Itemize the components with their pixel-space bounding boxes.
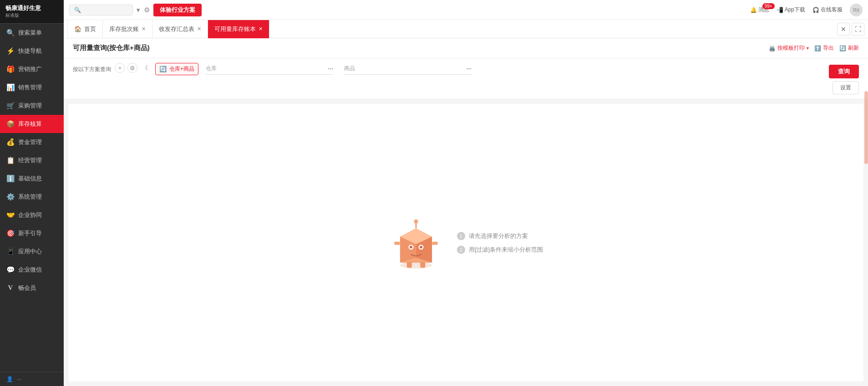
online-support-btn[interactable]: 🎧 在线客服	[812, 6, 843, 14]
tab-collection-summary[interactable]: 收发存汇总表 ✕	[152, 20, 208, 38]
add-scheme-btn[interactable]: ＋	[115, 63, 125, 73]
sidebar-item-sales[interactable]: 📊 销售管理	[0, 78, 64, 97]
settings-icon: 👤	[6, 376, 13, 382]
filter-inputs: 仓库 ··· 商品 ···	[206, 63, 823, 75]
inventory-icon: 📦	[6, 120, 15, 128]
svg-point-0	[400, 262, 432, 268]
warehouse-input[interactable]	[221, 66, 326, 72]
tab-available-ledger-label: 可用量库存账本	[214, 25, 256, 33]
wechat-icon: 💬	[6, 266, 15, 274]
gear-icon[interactable]: ▾	[137, 6, 140, 14]
tab-collection-summary-label: 收发存汇总表	[159, 25, 194, 33]
page-title: 可用量查询(按仓库+商品)	[73, 44, 150, 52]
sidebar-item-cooperation[interactable]: 🤝 企业协同	[0, 206, 64, 224]
sidebar-item-basic-info[interactable]: ℹ️ 基础信息	[0, 170, 64, 188]
sidebar-item-search[interactable]: 🔍 搜索菜单	[0, 24, 64, 42]
sidebar-item-wechat[interactable]: 💬 企业微信	[0, 261, 64, 279]
bell-icon: 🔔	[750, 7, 757, 13]
sidebar-item-marketing[interactable]: 🎁 营销推广	[0, 60, 64, 78]
svg-rect-14	[420, 262, 425, 268]
tab-batch-account-label: 库存批次账	[109, 25, 139, 33]
empty-illustration	[389, 216, 443, 270]
svg-rect-13	[407, 262, 412, 268]
edit-scheme-btn[interactable]: ⚙	[127, 63, 137, 73]
empty-illustration-svg	[389, 216, 443, 270]
sidebar-item-label: 应用中心	[18, 247, 42, 256]
right-scrollbar[interactable]	[864, 91, 868, 164]
empty-tip-2: 2 用[过滤]条件来缩小分析范围	[457, 246, 543, 254]
empty-tips: 1 请先选择要分析的方案 2 用[过滤]条件来缩小分析范围	[457, 232, 543, 254]
sidebar-item-inventory[interactable]: 📦 库存核算	[0, 115, 64, 133]
main-area: 🔍 ▾ ⚙ 体验行业方案 🔔 消息 99+ 📲 App下载 🎧 在线客服 Ri	[64, 0, 868, 386]
sidebar-item-label: 经营管理	[18, 156, 42, 165]
refresh-icon: 🔄	[839, 45, 846, 51]
expand-tab-btn[interactable]: ⛶	[852, 23, 864, 36]
sidebar: 畅康通好生意 标准版 🔍 搜索菜单 ⚡ 快捷导航 🎁 营销推广 📊 销售管理 🛒…	[0, 0, 64, 386]
home-icon: 🏠	[74, 26, 81, 32]
sidebar-item-operations[interactable]: 📋 经营管理	[0, 151, 64, 170]
sidebar-item-finance[interactable]: 💰 资金管理	[0, 133, 64, 151]
basic-info-icon: ℹ️	[6, 175, 15, 183]
user-avatar[interactable]: Rit	[850, 4, 863, 16]
tab-close-icon[interactable]: ✕	[259, 26, 263, 32]
warehouse-ellipsis-btn[interactable]: ···	[328, 65, 333, 72]
notification-badge: 99+	[762, 3, 775, 9]
sidebar-item-label: 企业微信	[18, 266, 42, 274]
refresh-label: 刷新	[848, 44, 859, 52]
tab-batch-account[interactable]: 库存批次账 ✕	[103, 20, 152, 38]
operations-icon: 📋	[6, 156, 15, 165]
tab-home-label: 首页	[84, 25, 96, 33]
filter-label: 按以下方案查询	[73, 63, 111, 73]
sidebar-item-label: 基础信息	[18, 175, 42, 183]
system-icon: ⚙️	[6, 193, 15, 201]
sidebar-item-app-center[interactable]: 📱 应用中心	[0, 242, 64, 261]
goods-input[interactable]	[360, 66, 464, 72]
scheme-label: 仓库+商品	[169, 65, 194, 73]
tab-available-ledger[interactable]: 可用量库存账本 ✕	[208, 20, 269, 38]
close-tab-btn[interactable]: ✕	[837, 23, 850, 36]
sidebar-item-quick-nav[interactable]: ⚡ 快捷导航	[0, 42, 64, 60]
settings-btn[interactable]: 设置	[832, 81, 859, 94]
sidebar-item-member[interactable]: V 畅会员	[0, 279, 64, 297]
dropdown-icon: ▾	[807, 46, 809, 51]
empty-tip-1: 1 请先选择要分析的方案	[457, 232, 543, 240]
scheme-icon: 🔄	[159, 66, 167, 72]
svg-point-10	[414, 219, 418, 223]
tab-close-icon[interactable]: ✕	[197, 26, 201, 32]
sidebar-scroll: 🔍 搜索菜单 ⚡ 快捷导航 🎁 营销推广 📊 销售管理 🛒 采购管理 📦 库存核…	[0, 24, 64, 372]
settings-gear-icon[interactable]: ⚙	[144, 6, 150, 14]
goods-input-wrap: 商品 ···	[344, 63, 472, 75]
tab-close-icon[interactable]: ✕	[142, 26, 146, 32]
sidebar-item-guide[interactable]: 🎯 新手引导	[0, 224, 64, 242]
refresh-action[interactable]: 🔄 刷新	[839, 44, 859, 52]
export-label: 导出	[823, 44, 834, 52]
topbar-search-box[interactable]: 🔍	[69, 5, 133, 15]
topbar-right: 🔔 消息 99+ 📲 App下载 🎧 在线客服 Rit	[750, 4, 863, 16]
sidebar-item-purchase[interactable]: 🛒 采购管理	[0, 97, 64, 115]
app-download-label: App下载	[785, 6, 805, 14]
tab-home[interactable]: 🏠 首页	[67, 20, 103, 38]
tip-number-2: 2	[457, 246, 465, 254]
trial-btn[interactable]: 体验行业方案	[153, 4, 202, 16]
query-btn[interactable]: 查询	[829, 65, 859, 78]
cooperation-icon: 🤝	[6, 211, 15, 219]
export-action[interactable]: ⬆️ 导出	[814, 44, 834, 52]
app-download-btn[interactable]: 📲 App下载	[777, 6, 805, 14]
sidebar-item-label: 系统管理	[18, 193, 42, 201]
notification-btn[interactable]: 🔔 消息 99+	[750, 6, 769, 14]
sidebar-bottom[interactable]: 👤 ···	[0, 372, 64, 386]
headset-icon: 🎧	[812, 7, 819, 13]
print-action[interactable]: 🖨️ 按模板打印 ▾	[769, 44, 809, 52]
scheme-item-warehouse-goods[interactable]: 🔄 仓库+商品	[155, 63, 198, 75]
warehouse-label: 仓库	[206, 65, 219, 72]
marketing-icon: 🎁	[6, 65, 15, 73]
sidebar-bottom-label: ···	[17, 376, 21, 382]
search-icon: 🔍	[6, 29, 15, 37]
goods-ellipsis-btn[interactable]: ···	[466, 65, 472, 72]
collapse-btn[interactable]: 《	[140, 63, 150, 73]
svg-rect-12	[432, 242, 438, 245]
topbar-left: 🔍 ▾ ⚙ 体验行业方案	[69, 4, 746, 16]
sidebar-item-label: 资金管理	[18, 138, 42, 146]
online-support-label: 在线客服	[821, 6, 843, 14]
sidebar-item-system[interactable]: ⚙️ 系统管理	[0, 188, 64, 206]
